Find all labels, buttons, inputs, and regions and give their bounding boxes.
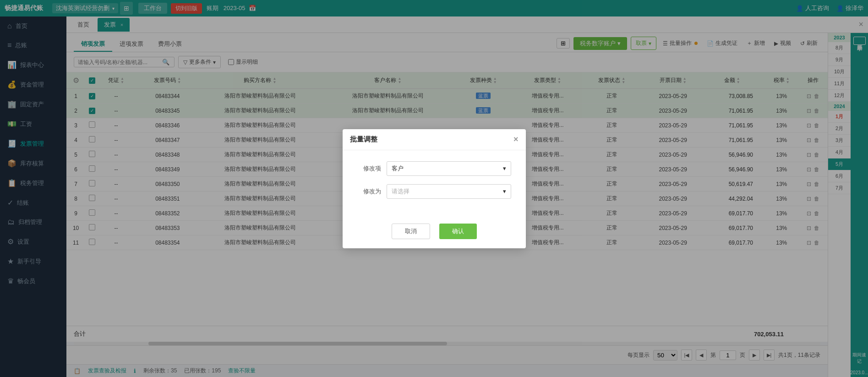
dialog-field-value: 客户 — [392, 164, 404, 173]
dialog-header: 批量调整 × — [343, 129, 526, 150]
dialog-footer: 取消 确认 — [343, 218, 526, 248]
dialog-close-button[interactable]: × — [513, 135, 519, 144]
batch-adjust-dialog: 批量调整 × 修改项 客户 ▾ 修改为 请选择 ▾ 取消 确认 — [343, 129, 526, 248]
dialog-change-row: 修改为 请选择 ▾ — [357, 184, 511, 199]
dialog-overlay: 批量调整 × 修改项 客户 ▾ 修改为 请选择 ▾ 取消 确认 — [0, 0, 868, 377]
dialog-body: 修改项 客户 ▾ 修改为 请选择 ▾ — [343, 150, 526, 218]
dialog-confirm-button[interactable]: 确认 — [439, 224, 477, 239]
dialog-title: 批量调整 — [350, 135, 377, 144]
dialog-field-label: 修改项 — [357, 164, 381, 173]
dialog-field-arrow: ▾ — [503, 165, 506, 172]
dialog-change-placeholder: 请选择 — [392, 187, 409, 196]
dialog-field-row: 修改项 客户 ▾ — [357, 161, 511, 176]
dialog-change-select[interactable]: 请选择 ▾ — [387, 184, 511, 199]
dialog-change-arrow: ▾ — [503, 188, 506, 195]
dialog-field-select[interactable]: 客户 ▾ — [387, 161, 511, 176]
dialog-change-label: 修改为 — [357, 187, 381, 196]
dialog-cancel-button[interactable]: 取消 — [392, 224, 430, 239]
